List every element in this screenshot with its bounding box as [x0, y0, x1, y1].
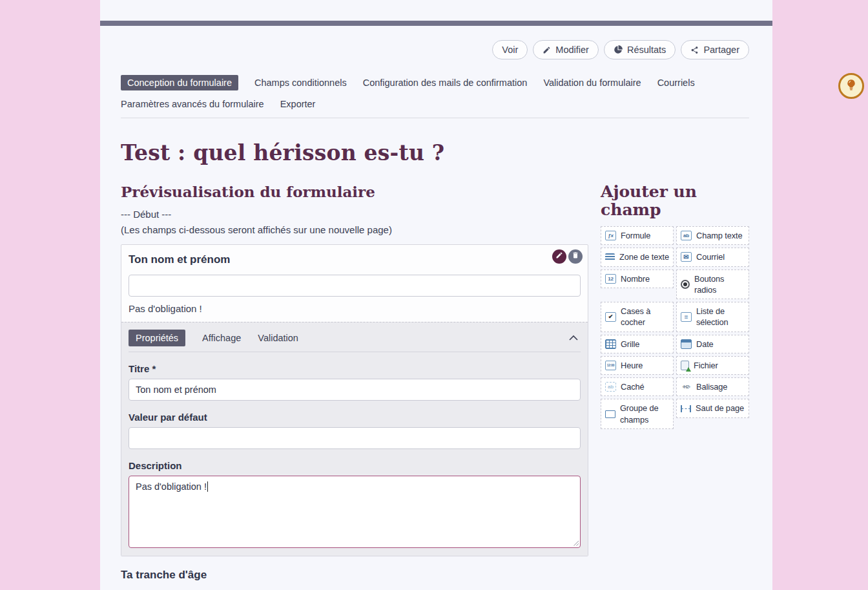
field-title: Ton nom et prénom [129, 253, 581, 266]
page-break-icon [681, 404, 691, 414]
field-type-palette: Formule Champ texte Zone de texte Courri… [601, 226, 749, 429]
palette-label: Heure [621, 360, 643, 371]
chevron-up-icon [569, 333, 578, 342]
tab-emails[interactable]: Courriels [657, 75, 695, 90]
description-label: Description [129, 460, 581, 471]
share-button[interactable]: Partager [681, 40, 749, 59]
palette-label: Formule [621, 230, 650, 241]
grid-icon [605, 339, 616, 349]
number-icon [605, 274, 616, 284]
add-textarea-button[interactable]: Zone de texte [601, 248, 674, 266]
add-hidden-button[interactable]: Caché [601, 377, 674, 396]
form-admin-tabs: Conception du formulaire Champs conditio… [121, 75, 749, 118]
add-checkboxes-button[interactable]: Cases à cocher [601, 302, 674, 332]
palette-label: Champ texte [696, 230, 742, 241]
new-page-note: (Les champs ci-dessous seront affichés s… [121, 224, 588, 235]
properties-tabs-divider [129, 352, 581, 352]
add-field-sidebar: Ajouter un champ Formule Champ texte Zon… [601, 183, 749, 582]
tabs-divider [121, 118, 749, 118]
view-button-label: Voir [502, 45, 518, 55]
default-value-input[interactable] [129, 427, 581, 449]
select-icon [681, 312, 692, 322]
tab-advanced-settings[interactable]: Paramètres avancés du formulaire [121, 96, 264, 112]
tab-properties[interactable]: Propriétés [129, 330, 185, 346]
formula-icon [605, 231, 616, 240]
collapse-panel-button[interactable] [566, 332, 581, 344]
pie-chart-icon [614, 45, 623, 54]
markup-icon [681, 382, 692, 392]
description-textarea-value: Pas d'obligation ! [136, 481, 207, 492]
pencil-icon [542, 46, 551, 54]
form-preview-column: Prévisualisation du formulaire --- Début… [121, 183, 588, 582]
default-value-label: Valeur par défaut [129, 412, 581, 423]
form-actions-toolbar: Voir Modifier Résultats Partager [121, 40, 749, 59]
fieldset-icon [605, 410, 615, 418]
palette-label: Boutons radios [694, 273, 745, 296]
radio-icon [681, 280, 690, 289]
edit-button-label: Modifier [555, 45, 589, 55]
palette-label: Courriel [696, 251, 725, 262]
field-card-name: Ton nom et prénom Pas d'obligation ! [121, 244, 588, 556]
delete-field-button[interactable] [568, 249, 583, 264]
results-button-label: Résultats [627, 45, 666, 55]
field-preview-input[interactable] [129, 275, 581, 297]
add-date-button[interactable]: Date [676, 335, 749, 353]
description-textarea[interactable]: Pas d'obligation ! [129, 476, 581, 548]
tab-validation[interactable]: Validation [258, 330, 298, 346]
share-button-label: Partager [703, 45, 739, 55]
add-file-button[interactable]: Fichier [676, 356, 749, 375]
add-select-button[interactable]: Liste de sélection [676, 302, 749, 332]
lightbulb-icon [844, 78, 858, 94]
palette-label: Balisage [696, 381, 727, 392]
page-title: Test : quel hérisson es-tu ? [121, 140, 749, 165]
clock-icon [605, 361, 616, 370]
checkbox-icon [605, 312, 616, 322]
palette-label: Nombre [621, 273, 650, 284]
form-start-marker: --- Début --- [121, 209, 588, 220]
palette-label: Fichier [694, 360, 718, 371]
tab-confirmation-mails[interactable]: Configuration des mails de confirmation [363, 75, 528, 90]
content-column: Voir Modifier Résultats Partager Concept… [100, 0, 772, 590]
palette-label: Groupe de champs [620, 403, 669, 425]
add-fieldset-button[interactable]: Groupe de champs [601, 399, 674, 429]
field-help-text: Pas d'obligation ! [129, 303, 581, 314]
add-radios-button[interactable]: Boutons radios [676, 269, 749, 300]
add-grid-button[interactable]: Grille [601, 335, 674, 353]
tab-conditional-fields[interactable]: Champs conditionnels [254, 75, 347, 90]
help-button[interactable] [838, 73, 864, 99]
textarea-icon [605, 253, 615, 261]
field-properties-panel: Propriétés Affichage Validation Titre * … [121, 322, 588, 556]
palette-label: Zone de texte [619, 251, 669, 262]
add-number-button[interactable]: Nombre [601, 269, 674, 288]
palette-label: Liste de sélection [696, 306, 745, 328]
add-email-button[interactable]: Courriel [676, 248, 749, 266]
add-formula-button[interactable]: Formule [601, 226, 674, 245]
preview-heading: Prévisualisation du formulaire [121, 183, 588, 201]
title-field-input[interactable] [129, 379, 581, 401]
palette-label: Caché [621, 381, 645, 392]
palette-label: Cases à cocher [621, 306, 669, 328]
results-button[interactable]: Résultats [604, 40, 676, 59]
textfield-icon [681, 231, 692, 240]
edit-field-button[interactable] [552, 249, 566, 264]
top-accent-bar [100, 21, 772, 26]
view-button[interactable]: Voir [492, 40, 528, 59]
palette-label: Grille [621, 339, 639, 350]
add-field-heading: Ajouter un champ [601, 183, 749, 219]
tab-display[interactable]: Affichage [202, 330, 241, 346]
tab-form-validation[interactable]: Validation du formulaire [543, 75, 641, 90]
text-cursor [207, 481, 208, 492]
share-icon [690, 46, 699, 54]
add-time-button[interactable]: Heure [601, 356, 674, 375]
add-markup-button[interactable]: Balisage [676, 377, 749, 396]
tab-form-design[interactable]: Conception du formulaire [121, 75, 238, 90]
tab-export[interactable]: Exporter [280, 96, 316, 112]
palette-label: Date [696, 339, 714, 350]
add-pagebreak-button[interactable]: Saut de page [676, 399, 749, 417]
email-icon [681, 252, 692, 262]
edit-button[interactable]: Modifier [533, 40, 599, 59]
palette-label: Saut de page [696, 403, 744, 414]
hidden-field-icon [605, 382, 616, 392]
add-textfield-button[interactable]: Champ texte [676, 226, 749, 245]
file-upload-icon [681, 361, 689, 370]
